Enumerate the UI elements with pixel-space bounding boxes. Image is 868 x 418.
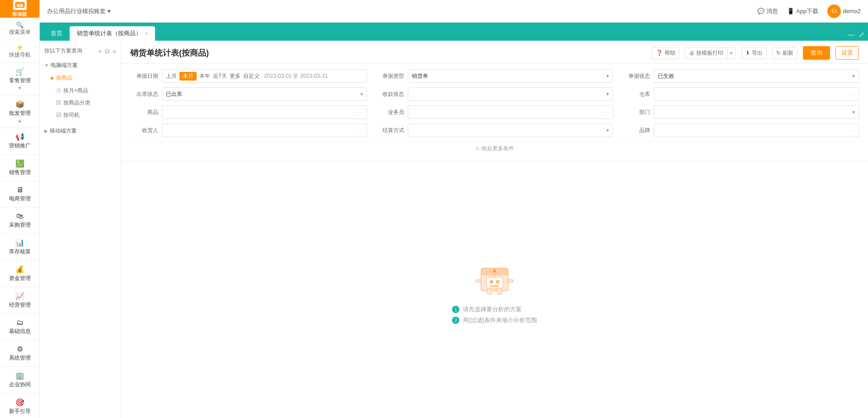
newuser-icon: 🎯	[15, 398, 24, 407]
message-icon: 💬	[757, 8, 764, 14]
marketing-icon: 📢	[15, 133, 24, 141]
scheme-item-by-category[interactable]: 回 按商品分类	[40, 97, 121, 109]
date-more[interactable]: 更多	[230, 72, 241, 80]
scheme-group-pc-header[interactable]: ▼ 电脑端方案	[40, 59, 121, 71]
sidebar-item-inventory[interactable]: 📊 库存核算	[0, 234, 39, 261]
out-status-value: 已出库	[166, 90, 182, 98]
brand-input[interactable]: ···	[654, 124, 859, 137]
out-status-input[interactable]: 已出库 ▾	[162, 87, 367, 101]
active-dot-icon	[51, 77, 53, 80]
tab-minimize-icon[interactable]: —	[848, 31, 855, 39]
print-label: 按模板打印	[696, 49, 723, 57]
settlement-input[interactable]: ▾	[408, 124, 613, 137]
wholesale-label: 批发管理	[9, 109, 31, 117]
date-7days[interactable]: 近7天	[213, 72, 227, 80]
tab-maximize-icon[interactable]: ⤢	[859, 30, 864, 39]
sidebar-item-wholesale[interactable]: 📦 批发管理 ▲	[0, 95, 39, 128]
user-menu[interactable]: Ea demo2	[827, 5, 861, 18]
settlement-label: 结算方式	[376, 127, 408, 134]
sidebar-logo: 畅捷 标准版	[0, 0, 39, 18]
filter-row-4: 收货人 ··· 结算方式 ▾ 品牌 ···	[130, 124, 859, 137]
print-main[interactable]: 🖨 按模板打印	[685, 48, 727, 59]
print-arrow-icon[interactable]: ▾	[727, 48, 736, 58]
scheme-collapse-icon[interactable]: «	[113, 48, 116, 55]
empty-steps: 1 请先选择要分析的方案 2 用[过滤]条件来缩小分析范围	[452, 305, 537, 324]
doc-status-caret-icon: ▾	[852, 73, 855, 79]
sidebar-item-ecommerce[interactable]: 🖥 电商管理	[0, 181, 39, 208]
filter-row-1: 单据日期 上月 本月 本年 近7天 更多 自定义 2023-03-01 至 20…	[130, 69, 859, 83]
empty-illustration	[467, 255, 522, 300]
app-download-button[interactable]: 📱 App下载	[787, 7, 818, 15]
empty-step-2: 2 用[过滤]条件来缩小分析范围	[452, 316, 537, 324]
warehouse-input[interactable]: ···	[654, 87, 859, 101]
dept-label: 部门	[622, 109, 654, 116]
out-status-caret-icon: ▾	[360, 91, 363, 97]
enterprise-label: 企业协同	[9, 381, 31, 389]
retail-arrow-icon: ▼	[18, 86, 22, 90]
print-button[interactable]: 🖨 按模板打印 ▾	[685, 47, 736, 59]
help-label: 帮助	[665, 49, 675, 57]
date-this-month-pill[interactable]: 本月	[179, 72, 197, 81]
industry-dropdown[interactable]: 办公用品行业模拟账套 ▾	[47, 7, 111, 15]
scheme-item-by-driver[interactable]: 回 按司机	[40, 109, 121, 121]
content-area: 销货单统计表(按商品) ❓ 帮助 🖨 按模板打印 ▾ ⬇	[121, 41, 868, 418]
sidebar-item-enterprise[interactable]: 🏢 企业协同	[0, 367, 39, 394]
collapse-bar[interactable]: ∧ 收起更多条件	[130, 142, 859, 155]
sidebar-item-retail[interactable]: 🛒 零售管理 ▼	[0, 63, 39, 95]
query-button[interactable]: 查询	[803, 46, 830, 60]
date-custom[interactable]: 自定义	[243, 72, 259, 80]
sidebar-item-newuser[interactable]: 🎯 新手引导	[0, 394, 39, 418]
doc-type-label: 单据类型	[376, 72, 408, 80]
sidebar-item-marketing[interactable]: 📢 营销推广	[0, 128, 39, 155]
svg-point-8	[496, 280, 500, 284]
scheme-settings-icon[interactable]: ⊙	[104, 48, 110, 55]
payment-status-input[interactable]: ▾	[408, 87, 613, 101]
tab-home[interactable]: 首页	[43, 26, 70, 41]
sidebar-item-system[interactable]: ⚙ 系统管理	[0, 340, 39, 367]
user-initial: Ea	[831, 9, 837, 14]
refresh-button[interactable]: ↻ 刷新	[772, 47, 797, 59]
goods-input[interactable]: ···	[162, 105, 367, 119]
quick-nav-item[interactable]: ⚡ 快捷导航	[0, 40, 39, 63]
dept-caret-icon: ▾	[852, 109, 855, 115]
doc-type-input[interactable]: 销货单 ▾	[408, 69, 613, 83]
filter-row-2: 出库状态 已出库 ▾ 收款状态 ▾ 仓库 ···	[130, 87, 859, 101]
sidebar-item-purchase[interactable]: 🛍 采购管理	[0, 208, 39, 234]
payment-status-label: 收款状态	[376, 90, 408, 98]
tab-close-icon[interactable]: ×	[145, 31, 148, 36]
pc-group-label: 电脑端方案	[51, 62, 78, 69]
messages-button[interactable]: 💬 消息	[757, 7, 778, 15]
tab-sales-report[interactable]: 销货单统计表（按商品） ×	[70, 26, 155, 41]
scheme-header-label: 按以下方案查询	[44, 47, 82, 55]
doc-status-input[interactable]: 已生效 ▾	[654, 69, 859, 83]
export-icon: ⬇	[745, 50, 750, 56]
search-menu-item[interactable]: 🔍 搜索菜单	[0, 18, 39, 40]
receiver-input[interactable]: ···	[162, 124, 367, 137]
sidebar-item-finance[interactable]: 💰 资金管理	[0, 261, 39, 287]
date-prev-month[interactable]: 上月	[166, 72, 177, 80]
user-avatar: Ea	[827, 5, 841, 18]
scheme-item-by-month-goods[interactable]: ㊊ 按月+商品	[40, 85, 121, 97]
goods-dots-icon: ···	[357, 109, 363, 115]
step-2-num: 2	[452, 317, 459, 324]
export-button[interactable]: ⬇ 导出	[741, 47, 767, 59]
scheme-add-icon[interactable]: +	[98, 48, 102, 55]
date-this-year[interactable]: 本年	[199, 72, 210, 80]
scheme-actions: + ⊙ «	[98, 48, 116, 55]
sub-icon-2: 回	[56, 99, 61, 107]
sidebar-item-operations[interactable]: 📈 经营管理	[0, 287, 39, 314]
salesman-input[interactable]: ···	[408, 105, 613, 119]
settings-button[interactable]: 设置	[835, 46, 859, 60]
scheme-group-mobile-header[interactable]: ▶ 移动端方案	[40, 125, 121, 137]
sidebar-item-sales[interactable]: 💹 销售管理	[0, 155, 39, 181]
pc-group-arrow-icon: ▼	[44, 63, 49, 68]
svg-rect-9	[490, 285, 499, 287]
sidebar-item-basic[interactable]: 🗂 基础信息	[0, 314, 39, 340]
dept-input[interactable]: ▾	[654, 105, 859, 119]
help-button[interactable]: ❓ 帮助	[652, 47, 679, 59]
wholesale-arrow-icon: ▲	[18, 118, 22, 123]
scheme-item-by-goods[interactable]: 按商品	[40, 71, 121, 85]
date-label: 单据日期	[130, 72, 162, 80]
refresh-icon: ↻	[776, 50, 781, 56]
inventory-label: 库存核算	[9, 248, 31, 256]
